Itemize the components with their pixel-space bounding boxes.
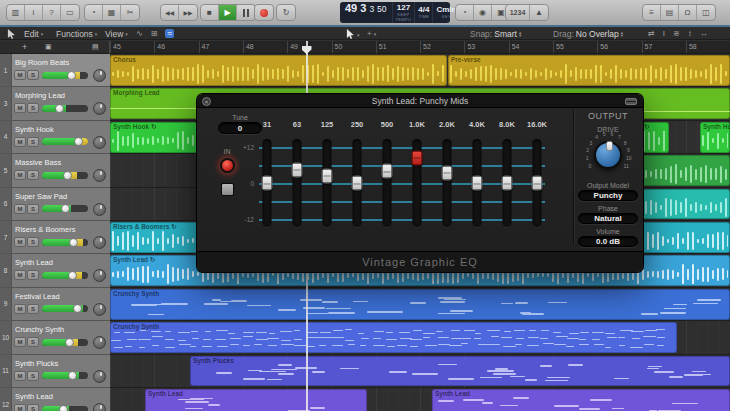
- mute-button[interactable]: M: [14, 70, 26, 80]
- pointer-tool-icon[interactable]: [7, 29, 16, 40]
- solo-button[interactable]: S: [27, 170, 39, 180]
- pan-knob[interactable]: [93, 102, 106, 115]
- functions-menu[interactable]: Functions▾: [56, 29, 97, 39]
- pan-knob[interactable]: [93, 303, 106, 316]
- region[interactable]: Crunchy Synth: [110, 322, 677, 353]
- region[interactable]: ↻: [641, 122, 669, 153]
- volume-slider[interactable]: [42, 205, 88, 212]
- left-click-tool-menu[interactable]: ▾: [346, 29, 360, 40]
- eq-band-handle[interactable]: [382, 164, 393, 179]
- pan-knob[interactable]: [93, 169, 106, 182]
- solo-button[interactable]: S: [27, 70, 39, 80]
- pan-knob[interactable]: [93, 136, 106, 149]
- region[interactable]: Chorus: [110, 55, 447, 86]
- catch-playhead-icon[interactable]: I: [663, 29, 665, 38]
- pan-knob[interactable]: [93, 203, 106, 216]
- solo-button[interactable]: S: [27, 137, 39, 147]
- eq-band-handle[interactable]: [292, 162, 303, 177]
- output-model-field[interactable]: Punchy: [578, 190, 638, 201]
- mixer-icon[interactable]: ▦: [103, 5, 121, 20]
- volume-knob[interactable]: [68, 272, 77, 279]
- rewind-button[interactable]: ◀◀: [161, 5, 179, 20]
- cycle-button[interactable]: ↻: [277, 5, 295, 20]
- volume-slider[interactable]: [42, 239, 88, 246]
- smart-controls-icon[interactable]: ◔: [85, 5, 103, 20]
- track-header[interactable]: 7Risers & BoomersMS: [0, 221, 110, 254]
- solo-button[interactable]: S: [27, 103, 39, 113]
- add-track-button[interactable]: +: [22, 42, 27, 52]
- volume-knob[interactable]: [73, 305, 82, 312]
- lcd-time-signature[interactable]: 4/4 TIME: [415, 2, 433, 23]
- volume-knob[interactable]: [74, 138, 83, 145]
- drag-menu[interactable]: Drag: No Overlap ▴▾: [553, 29, 623, 39]
- snap-stepper[interactable]: ▴▾: [519, 31, 521, 38]
- solo-button[interactable]: S: [27, 304, 39, 314]
- region[interactable]: Pre-verse: [448, 55, 730, 86]
- volume-knob[interactable]: [69, 239, 78, 246]
- crossfade-icon[interactable]: ⇄: [648, 29, 655, 38]
- mute-button[interactable]: M: [14, 204, 26, 214]
- tuner-icon[interactable]: ◔: [456, 5, 474, 20]
- volume-knob[interactable]: [55, 105, 64, 112]
- pan-knob[interactable]: [93, 336, 106, 349]
- quick-help-icon[interactable]: ?: [43, 5, 61, 20]
- eq-band-handle[interactable]: [262, 176, 273, 191]
- automation-icon[interactable]: ∿: [136, 29, 143, 38]
- volume-slider[interactable]: [42, 339, 88, 346]
- eq-band-handle[interactable]: [502, 176, 513, 191]
- edit-menu[interactable]: Edit▾: [24, 29, 43, 39]
- eq-band-handle[interactable]: [412, 150, 423, 165]
- snap-menu[interactable]: Snap: Smart ▴▾: [470, 29, 521, 39]
- drive-knob[interactable]: [594, 141, 622, 169]
- track-header[interactable]: 12Synth LeadMS: [0, 388, 110, 411]
- solo-button[interactable]: S: [27, 204, 39, 214]
- mute-button[interactable]: M: [14, 237, 26, 247]
- track-header[interactable]: 8Synth LeadMS: [0, 254, 110, 287]
- lcd-position[interactable]: 49 3 3 50: [340, 2, 393, 23]
- mute-button[interactable]: M: [14, 304, 26, 314]
- volume-slider[interactable]: [42, 105, 88, 112]
- track-header[interactable]: 11Synth PlucksMS: [0, 355, 110, 388]
- track-header[interactable]: 3Morphing LeadMS: [0, 87, 110, 120]
- solo-mode-icon[interactable]: ◉: [474, 5, 492, 20]
- eq-band-handle[interactable]: [352, 176, 363, 191]
- region[interactable]: Synth Plucks: [190, 356, 730, 387]
- note-pads-icon[interactable]: ▤: [661, 5, 679, 20]
- track-header[interactable]: 9Festival LeadMS: [0, 288, 110, 321]
- volume-knob[interactable]: [65, 339, 74, 346]
- record-button[interactable]: [255, 5, 273, 20]
- track-header[interactable]: 6Super Saw PadMS: [0, 188, 110, 221]
- header-options-button[interactable]: ▤: [92, 43, 99, 51]
- bar-ruler[interactable]: 454647484950515253545556575859: [110, 41, 730, 54]
- toolbar-icon[interactable]: ▭: [61, 5, 79, 20]
- plugin-title-bar[interactable]: Synth Lead: Punchy Mids: [197, 94, 643, 108]
- volume-slider[interactable]: [42, 305, 88, 312]
- solo-button[interactable]: S: [27, 337, 39, 347]
- forward-button[interactable]: ▶▶: [179, 5, 197, 20]
- pan-knob[interactable]: [93, 69, 106, 82]
- mute-button[interactable]: M: [14, 137, 26, 147]
- command-click-tool-menu[interactable]: + ▾: [367, 29, 376, 38]
- loop-browser-icon[interactable]: Ω: [679, 5, 697, 20]
- eq-band-handle[interactable]: [472, 176, 483, 191]
- eq-band-handle[interactable]: [322, 168, 333, 183]
- phase-field[interactable]: Natural: [578, 213, 638, 224]
- in-led-button[interactable]: [220, 158, 235, 173]
- volume-slider[interactable]: [42, 406, 88, 411]
- midi-draw-icon[interactable]: ⊞: [151, 29, 158, 38]
- duplicate-track-button[interactable]: ▣: [45, 43, 52, 51]
- mute-button[interactable]: M: [14, 103, 26, 113]
- pan-knob[interactable]: [93, 269, 106, 282]
- region[interactable]: Synth Lead: [145, 389, 367, 411]
- editors-icon[interactable]: ✂: [121, 5, 139, 20]
- mute-button[interactable]: M: [14, 170, 26, 180]
- list-editors-icon[interactable]: ≡: [643, 5, 661, 20]
- view-menu[interactable]: View▾: [105, 29, 128, 39]
- volume-knob[interactable]: [59, 406, 68, 411]
- metronome-icon[interactable]: ▲: [530, 5, 548, 20]
- volume-knob[interactable]: [63, 172, 72, 179]
- solo-button[interactable]: S: [27, 404, 39, 411]
- volume-slider[interactable]: [42, 72, 88, 79]
- count-in-1234-button[interactable]: 1234: [506, 5, 530, 20]
- solo-button[interactable]: S: [27, 237, 39, 247]
